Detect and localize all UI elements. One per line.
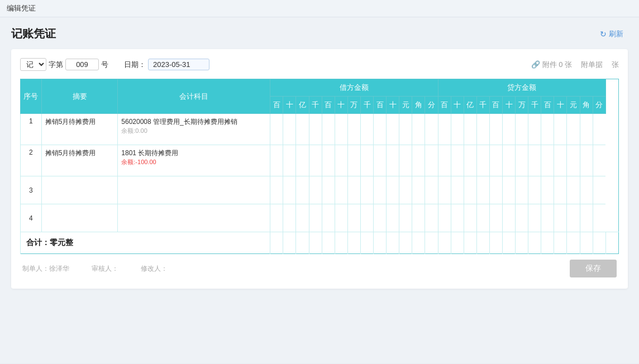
page-title: 记账凭证	[11, 26, 56, 41]
form-card: 记 字第 号 日期： 🔗 附件 0 张 附单据 张	[11, 49, 628, 289]
refresh-icon: ↻	[600, 30, 607, 39]
debit-col-10: 元	[399, 97, 412, 114]
debit-col-8: 百	[374, 97, 387, 114]
paperclip-icon: 🔗	[531, 60, 540, 69]
debit-col-1: 十	[283, 97, 296, 114]
footer-area: 制单人：徐泽华 审核人： 修改人： 保存	[20, 260, 619, 277]
meta-right: 🔗 附件 0 张 附单据 张	[531, 60, 619, 70]
seq-4: 4	[21, 204, 42, 232]
th-debit: 借方金额	[270, 79, 438, 97]
title-bar: 编辑凭证	[0, 0, 639, 17]
title-bar-label: 编辑凭证	[7, 4, 36, 12]
save-button[interactable]: 保存	[570, 260, 617, 277]
debit-col-5: 十	[335, 97, 347, 114]
credit-col-6: 万	[516, 97, 528, 114]
credit-col-3: 千	[476, 97, 489, 114]
credit-col-11: 角	[580, 97, 593, 114]
debit-col-7: 千	[360, 97, 373, 114]
debit-col-2: 亿	[296, 97, 309, 114]
attach-btn[interactable]: 🔗 附件 0 张	[531, 60, 572, 70]
maker-label: 制单人：徐泽华	[22, 264, 69, 274]
debit-col-12: 分	[425, 97, 438, 114]
summary-1[interactable]: 摊销5月待摊费用	[41, 114, 118, 145]
debit-col-11: 角	[412, 97, 425, 114]
attach-single-label[interactable]: 附单据	[581, 60, 603, 70]
seq-2: 2	[21, 145, 42, 176]
account-4[interactable]	[118, 204, 270, 232]
hao-label: 号	[101, 60, 108, 70]
voucher-table: 序号 摘要 会计科目 借方金额 贷方金额 百 十 亿 千 百 十 万 千 百	[20, 79, 619, 254]
page-header: 记账凭证 ↻ 刷新	[11, 26, 628, 41]
attach-count-label: 张	[612, 60, 619, 70]
th-account: 会计科目	[118, 79, 270, 114]
main-area: 记账凭证 ↻ 刷新 记 字第 号 日期： 🔗 附件	[0, 17, 639, 363]
date-input[interactable]	[148, 59, 209, 70]
voucher-type-select[interactable]: 记	[20, 58, 46, 71]
seq-1: 1	[21, 114, 42, 145]
date-group: 日期：	[124, 59, 209, 70]
credit-col-12: 分	[593, 97, 605, 114]
th-summary: 摘要	[41, 79, 118, 114]
table-row: 4	[21, 204, 619, 232]
credit-col-7: 千	[528, 97, 541, 114]
th-credit: 贷方金额	[438, 79, 605, 97]
seq-3: 3	[21, 176, 42, 204]
zi-di-label: 字第	[49, 60, 63, 70]
auditor-label: 审核人：	[92, 264, 118, 274]
attach-label: 附件 0 张	[542, 60, 572, 70]
refresh-button[interactable]: ↻ 刷新	[595, 27, 628, 41]
voucher-type-group: 记 字第 号	[20, 58, 108, 71]
debit-col-9: 十	[387, 97, 399, 114]
table-row: 1 摊销5月待摊费用 56020008 管理费用_长期待摊费用摊销 余额:0.0…	[21, 114, 619, 145]
credit-col-2: 亿	[464, 97, 476, 114]
th-seq: 序号	[21, 79, 42, 114]
credit-col-9: 十	[554, 97, 567, 114]
account-1[interactable]: 56020008 管理费用_长期待摊费用摊销 余额:0.00	[118, 114, 270, 145]
credit-col-1: 十	[451, 97, 464, 114]
modifier-label: 修改人：	[141, 264, 168, 274]
account-2[interactable]: 1801 长期待摊费用 余额:-100.00	[118, 145, 270, 176]
account-3[interactable]	[118, 176, 270, 204]
credit-col-8: 百	[541, 97, 554, 114]
refresh-label: 刷新	[609, 29, 623, 39]
voucher-number-input[interactable]	[65, 59, 99, 70]
debit-col-4: 百	[322, 97, 335, 114]
table-row: 3	[21, 176, 619, 204]
debit-col-0: 百	[270, 97, 283, 114]
credit-col-10: 元	[567, 97, 580, 114]
summary-3[interactable]	[41, 176, 118, 204]
date-label: 日期：	[124, 60, 146, 70]
summary-row: 合计：零元整	[21, 232, 619, 254]
credit-col-5: 十	[502, 97, 515, 114]
total-label: 合计：零元整	[21, 232, 270, 254]
debit-col-6: 万	[347, 97, 360, 114]
summary-4[interactable]	[41, 204, 118, 232]
credit-col-4: 百	[489, 97, 502, 114]
table-row: 2 摊销5月待摊费用 1801 长期待摊费用 余额:-100.00	[21, 145, 619, 176]
summary-2[interactable]: 摊销5月待摊费用	[41, 145, 118, 176]
credit-col-0: 百	[438, 97, 451, 114]
debit-col-3: 千	[309, 97, 322, 114]
form-meta: 记 字第 号 日期： 🔗 附件 0 张 附单据 张	[20, 58, 619, 71]
